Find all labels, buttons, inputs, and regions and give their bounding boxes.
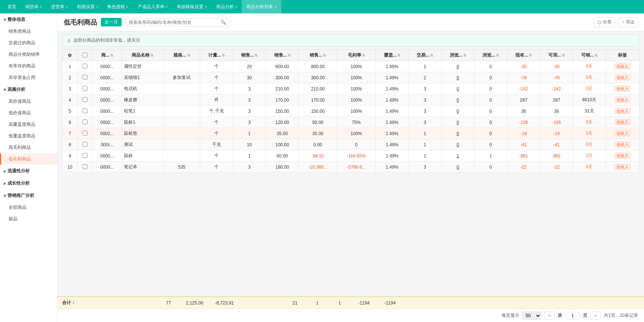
row-view1[interactable]: 0	[441, 139, 474, 150]
nav-template[interactable]: 单据模板设置 ×	[172, 0, 211, 13]
sidebar-item-traded-goods[interactable]: 交易过的商品	[0, 37, 57, 49]
sidebar-item-stocked-goods[interactable]: 有库存的商品	[0, 60, 57, 72]
sidebar-item-new-goods[interactable]: 新品	[0, 213, 57, 225]
nav-analysis-close[interactable]: ×	[235, 4, 237, 9]
col-view2[interactable]: 浏览...⇅	[474, 50, 507, 61]
col-sales-amount[interactable]: 销售...⇅	[299, 50, 337, 61]
col-code[interactable]: 商...⇅	[92, 50, 122, 61]
search-box[interactable]: 🔍	[125, 18, 230, 26]
nav-sales-close[interactable]: ×	[40, 4, 42, 9]
col-spec[interactable]: 规格...⇅	[163, 50, 200, 61]
row-checkbox[interactable]	[77, 83, 92, 95]
nav-product-entry[interactable]: 产成品入库单 ×	[133, 0, 172, 13]
col-checkbox[interactable]	[77, 50, 92, 61]
nav-purchase[interactable]: 进货单 ×	[47, 0, 72, 13]
row-sales-qty: 3	[233, 106, 266, 117]
row-spec	[163, 139, 200, 150]
share-button[interactable]: ⬡ 分享	[594, 17, 615, 27]
sidebar-group-overall[interactable]: ▾ 整体信息	[0, 13, 57, 26]
prev-page-button[interactable]: ＜	[544, 311, 555, 320]
row-checkbox[interactable]	[77, 61, 92, 72]
sidebar-item-low-margin[interactable]: 低毛利商品	[0, 153, 57, 165]
nav-sales[interactable]: 销货单 ×	[21, 0, 47, 13]
row-select-checkbox[interactable]	[83, 164, 87, 169]
row-view1[interactable]: 0	[441, 61, 474, 72]
col-sales-price[interactable]: 销售...⇅	[266, 50, 298, 61]
col-name[interactable]: 商品名称⇅	[122, 50, 164, 61]
row-checkbox[interactable]	[77, 128, 92, 139]
row-select-checkbox[interactable]	[83, 142, 87, 147]
sidebar-item-sales-goods[interactable]: 销售类商品	[0, 26, 57, 37]
row-select-checkbox[interactable]	[83, 108, 87, 113]
sidebar-item-low-coverage[interactable]: 低覆盖度商品	[0, 130, 57, 142]
row-checkbox[interactable]	[77, 106, 92, 117]
col-sellable[interactable]: 可销...⇅	[573, 50, 606, 61]
sidebar-item-high-coverage[interactable]: 高覆盖度商品	[0, 119, 57, 130]
sidebar-group-growth[interactable]: ▸ 成长性分析	[0, 177, 57, 189]
next-page-button[interactable]: ＞	[590, 311, 601, 320]
row-select-checkbox[interactable]	[83, 86, 87, 91]
row-select-checkbox[interactable]	[83, 119, 87, 124]
select-all-checkbox[interactable]	[83, 52, 87, 57]
row-checkbox[interactable]	[77, 117, 92, 128]
notice-text: 这部分商品的利润非常低，请关注	[73, 37, 140, 44]
page-size-select[interactable]: 50 100	[522, 312, 541, 320]
col-sales-qty[interactable]: 销售...⇅	[233, 50, 266, 61]
sidebar-group-freq[interactable]: ▾ 高频分析	[0, 83, 57, 96]
row-view1[interactable]: 0	[441, 128, 474, 139]
col-gross-margin[interactable]: 毛利率⇅	[337, 50, 376, 61]
col-available[interactable]: 可用...⇅	[540, 50, 573, 61]
row-select-checkbox[interactable]	[83, 75, 87, 80]
row-view1[interactable]: 0	[441, 117, 474, 128]
row-select-checkbox[interactable]	[83, 97, 87, 102]
row-select-checkbox[interactable]	[83, 131, 87, 136]
row-view1[interactable]: 0	[441, 95, 474, 106]
search-input[interactable]	[129, 20, 221, 25]
row-checkbox[interactable]	[77, 95, 92, 106]
row-view1[interactable]: 0	[441, 106, 474, 117]
col-settings[interactable]: ⚙	[63, 50, 78, 61]
row-checkbox[interactable]	[77, 139, 92, 150]
row-view1[interactable]: 0	[441, 83, 474, 95]
row-select-checkbox[interactable]	[83, 64, 87, 68]
sidebar-group-flow[interactable]: ▸ 流通性分析	[0, 165, 57, 177]
col-tag[interactable]: 标签	[606, 50, 639, 61]
row-deal-count: 3	[408, 162, 441, 173]
nav-permissions[interactable]: 权限设置 ×	[73, 0, 103, 13]
nav-analysis-list-close[interactable]: ×	[274, 4, 276, 9]
nav-template-close[interactable]: ×	[205, 4, 207, 9]
sidebar-item-category-rate[interactable]: 商品分类助销率	[0, 49, 57, 60]
col-deal[interactable]: 交易...⇅	[408, 50, 441, 61]
sidebar-item-high-margin[interactable]: 高毛利商品	[0, 142, 57, 153]
nav-product-analysis[interactable]: 商品分析 ×	[212, 0, 242, 13]
sidebar-item-all-goods[interactable]: 全部商品	[0, 202, 57, 213]
row-view1[interactable]: 0	[441, 72, 474, 83]
row-checkbox[interactable]	[77, 72, 92, 83]
row-view1[interactable]: 1	[441, 150, 474, 162]
export-button[interactable]: ↑ 导出	[619, 17, 638, 27]
col-unit[interactable]: 计量...⇅	[200, 50, 233, 61]
col-view1[interactable]: 浏览...⇅	[441, 50, 474, 61]
date-filter-button[interactable]: 近一月	[101, 18, 122, 26]
sidebar-group-marketing[interactable]: ▾ 营销推广分析	[0, 189, 57, 202]
sidebar-item-stock-funds[interactable]: 库存资金占用	[0, 72, 57, 83]
nav-permissions-close[interactable]: ×	[96, 4, 98, 9]
nav-product-close[interactable]: ×	[166, 4, 168, 9]
sidebar-item-low-value[interactable]: 低价值商品	[0, 107, 57, 119]
nav-purchase-close[interactable]: ×	[65, 4, 68, 9]
nav-product-analysis-list[interactable]: 商品分析列表 ×	[242, 0, 281, 13]
col-coverage[interactable]: 覆盖...⇅	[376, 50, 408, 61]
nav-role-close[interactable]: ×	[126, 4, 128, 9]
row-view1[interactable]: 0	[441, 162, 474, 173]
row-no: 4	[63, 95, 78, 106]
nav-home[interactable]: 首页	[3, 0, 21, 13]
sidebar-item-high-value[interactable]: 高价值商品	[0, 96, 57, 107]
row-select-checkbox[interactable]	[83, 153, 87, 158]
col-current-stock[interactable]: 现有...⇅	[507, 50, 540, 61]
search-icon[interactable]: 🔍	[221, 20, 226, 25]
row-checkbox[interactable]	[77, 162, 92, 173]
row-sales-qty: 3	[233, 162, 266, 173]
row-checkbox[interactable]	[77, 150, 92, 162]
nav-role-auth[interactable]: 角色授权 ×	[103, 0, 133, 13]
page-input[interactable]	[565, 312, 580, 319]
